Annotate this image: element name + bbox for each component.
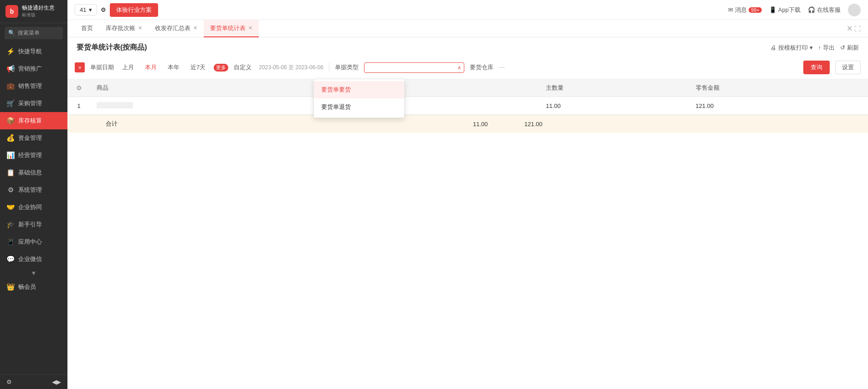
- date-this-month-btn[interactable]: 本月: [142, 62, 159, 72]
- sidebar-item-enterprise[interactable]: 🤝 企业协同: [0, 199, 67, 216]
- tab-inventory-batch-close[interactable]: ✕: [138, 25, 142, 31]
- print-btn[interactable]: 🖨 按模板打印 ▾: [770, 44, 813, 52]
- marketing-icon: 📢: [6, 65, 15, 73]
- expand-tabs-icon[interactable]: ⛶: [854, 25, 861, 32]
- sidebar-item-label: 企业微信: [18, 255, 42, 263]
- close-all-tabs-icon[interactable]: ✕: [847, 24, 853, 33]
- sidebar-item-label: 企业协同: [18, 203, 42, 211]
- sidebar-item-system[interactable]: ⚙ 系统管理: [0, 181, 67, 199]
- tab-home[interactable]: 首页: [75, 20, 99, 37]
- tab-order-stats-close[interactable]: ✕: [248, 25, 252, 31]
- export-label: 导出: [823, 44, 835, 52]
- date-more-badge[interactable]: 更多: [214, 64, 228, 72]
- messages-badge: 99+: [749, 7, 762, 13]
- cell-amount: 121.00: [689, 97, 868, 115]
- appstore-icon: 📱: [6, 238, 15, 246]
- app-download-btn[interactable]: 📱 App下载: [769, 6, 801, 14]
- tab-inventory-batch[interactable]: 库存批次账 ✕: [99, 20, 149, 37]
- page-header: 要货单统计表(按商品) 🖨 按模板打印 ▾ ↑ 导出 ↺ 刷新: [67, 37, 868, 56]
- tab-order-stats[interactable]: 要货单统计表 ✕: [204, 20, 259, 37]
- sidebar-item-quicknav[interactable]: ⚡ 快捷导航: [0, 43, 67, 60]
- type-filter-input[interactable]: [367, 64, 456, 71]
- sidebar-scroll-down[interactable]: ▼: [0, 268, 67, 278]
- sidebar-item-operations[interactable]: 📊 经营管理: [0, 147, 67, 164]
- finance-icon: 💰: [6, 134, 15, 142]
- main-area: 41 ▾ ⚙ 体验行业方案 ✉ 消息 99+ 📱 App下载 🎧 在线客服: [67, 0, 868, 389]
- table-row: 1 块 11.00 121.00: [67, 97, 868, 115]
- message-icon: ✉: [728, 6, 733, 13]
- sidebar-item-appstore[interactable]: 📱 应用中心: [0, 233, 67, 251]
- search-label: 搜索菜单: [18, 29, 40, 37]
- sidebar-item-basics[interactable]: 📋 基础信息: [0, 164, 67, 181]
- tab-order-stats-label: 要货单统计表: [210, 24, 246, 32]
- trial-button[interactable]: 体验行业方案: [110, 3, 158, 17]
- dropdown-item-order-goods[interactable]: 要货单要货: [314, 81, 404, 98]
- table-header-row: ⚙ 商品 主计量单位 主数量 零售金额: [67, 79, 868, 97]
- chevron-down-icon: ▾: [89, 6, 92, 13]
- warehouse-filter-label: 要货仓库: [470, 63, 493, 72]
- online-service-label: 在线客服: [817, 6, 841, 14]
- filter-expand-btn[interactable]: »: [75, 62, 85, 72]
- dropdown-item-order-return[interactable]: 要货单退货: [314, 98, 404, 116]
- topbar-right: ✉ 消息 99+ 📱 App下载 🎧 在线客服: [728, 4, 861, 16]
- sidebar-bottom: ⚙ ◀▶: [0, 374, 67, 389]
- type-filter-up-arrow[interactable]: ∧: [457, 65, 461, 71]
- settings-icon[interactable]: ⚙: [6, 379, 12, 385]
- date-this-year-btn[interactable]: 本年: [165, 62, 182, 72]
- enterprise-icon: 🤝: [6, 203, 15, 211]
- messages-btn[interactable]: ✉ 消息 99+: [728, 6, 762, 14]
- print-icon: 🖨: [770, 44, 776, 51]
- print-chevron: ▾: [810, 44, 813, 51]
- sidebar-item-label: 资金管理: [18, 134, 42, 142]
- tab-stock-summary-close[interactable]: ✕: [193, 25, 197, 31]
- date-filter-label: 单据日期: [90, 63, 114, 72]
- sidebar-item-marketing[interactable]: 📢 营销推广: [0, 60, 67, 77]
- tab-inventory-batch-label: 库存批次账: [106, 24, 135, 32]
- sidebar-item-label: 营销推广: [18, 65, 42, 73]
- sidebar-item-inventory[interactable]: 📦 库存核算: [0, 112, 67, 129]
- date-last-7days-btn[interactable]: 近7天: [188, 62, 208, 72]
- date-range-display: 2023-05-06 至 2023-06-06: [259, 64, 323, 72]
- sidebar-item-finance[interactable]: 💰 资金管理: [0, 129, 67, 147]
- date-last-month-btn[interactable]: 上月: [119, 62, 137, 72]
- store-selector[interactable]: 41 ▾: [75, 4, 97, 15]
- sidebar-item-newbie[interactable]: 🎓 新手引导: [0, 216, 67, 233]
- app-download-label: App下载: [778, 6, 801, 14]
- sidebar-item-label: 销售管理: [18, 82, 42, 90]
- filter-divider-1: [329, 63, 329, 72]
- inventory-icon: 📦: [6, 117, 15, 125]
- sidebar-item-wecom[interactable]: 💬 企业微信: [0, 251, 67, 268]
- filter-bar: » 单据日期 上月 本月 本年 近7天 更多 自定义 2023-05-06 至 …: [67, 56, 868, 79]
- date-custom-btn[interactable]: 自定义: [234, 63, 252, 72]
- sidebar-item-label: 快捷导航: [18, 47, 42, 56]
- online-service-btn[interactable]: 🎧 在线客服: [808, 6, 841, 14]
- topbar-settings-icon[interactable]: ⚙: [101, 6, 106, 13]
- export-btn[interactable]: ↑ 导出: [818, 44, 835, 52]
- sidebar-item-sales[interactable]: 💼 销售管理: [0, 77, 67, 95]
- warehouse-filter-dots[interactable]: ···: [499, 63, 505, 72]
- messages-label: 消息: [735, 6, 747, 14]
- sidebar-item-purchase[interactable]: 🛒 采购管理: [0, 95, 67, 112]
- sidebar-item-label: 畅会员: [18, 283, 36, 291]
- export-icon: ↑: [818, 44, 822, 51]
- col-gear[interactable]: ⚙: [67, 79, 90, 97]
- newbie-icon: 🎓: [6, 220, 15, 229]
- user-avatar[interactable]: [848, 4, 861, 16]
- page-actions: 🖨 按模板打印 ▾ ↑ 导出 ↺ 刷新: [770, 44, 859, 52]
- quicknav-icon: ⚡: [6, 47, 15, 56]
- basics-icon: 📋: [6, 169, 15, 177]
- column-settings-icon[interactable]: ⚙: [76, 84, 82, 92]
- type-filter-input-wrapper[interactable]: ∧: [364, 62, 464, 73]
- sidebar-item-label: 新手引导: [18, 220, 42, 229]
- tab-home-label: 首页: [81, 24, 93, 32]
- collapse-icon[interactable]: ◀▶: [52, 379, 61, 385]
- filter-settings-button[interactable]: 设置: [835, 61, 861, 74]
- sidebar-item-label: 系统管理: [18, 186, 42, 194]
- sidebar-item-member[interactable]: 👑 畅会员: [0, 278, 67, 296]
- type-dropdown: 要货单要货 要货单退货: [313, 79, 405, 118]
- refresh-btn[interactable]: ↺ 刷新: [840, 44, 859, 52]
- sidebar-search[interactable]: 🔍 搜索菜单: [5, 27, 63, 39]
- query-button[interactable]: 查询: [803, 61, 830, 74]
- tab-stock-summary[interactable]: 收发存汇总表 ✕: [149, 20, 204, 37]
- sidebar: b 畅捷通好生意 标准版 🔍 搜索菜单 ⚡ 快捷导航 📢 营销推广 💼 销售管理…: [0, 0, 67, 389]
